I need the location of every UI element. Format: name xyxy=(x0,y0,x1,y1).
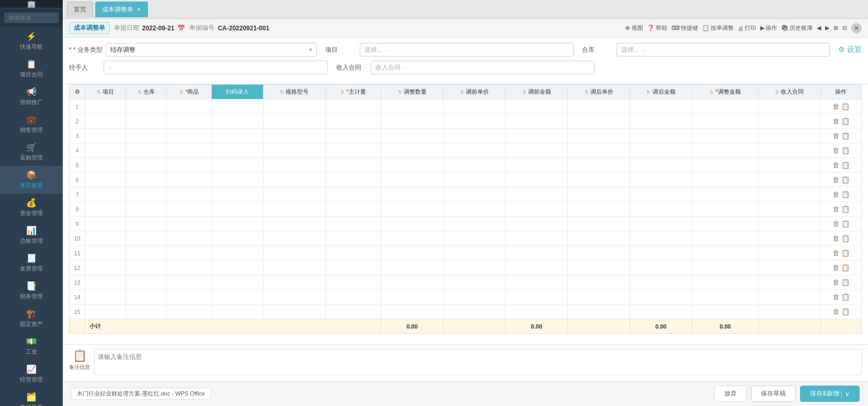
help-action[interactable]: ❓ 帮助 xyxy=(647,24,667,32)
expand-icon[interactable]: ⊞ xyxy=(833,25,838,31)
cell-10-12[interactable] xyxy=(692,231,759,246)
cell-11-12[interactable] xyxy=(692,246,759,261)
cell-8-11[interactable] xyxy=(630,202,692,217)
cell-8-3[interactable] xyxy=(167,202,212,217)
cell-9-12[interactable] xyxy=(692,217,759,231)
cell-13-13[interactable] xyxy=(758,275,820,290)
cell-4-11[interactable] xyxy=(630,143,692,158)
cell-15-11[interactable] xyxy=(630,304,692,319)
sidebar-item-sales-promotion[interactable]: 📢 营销推广 xyxy=(0,83,63,110)
cell-1-1[interactable] xyxy=(85,99,126,114)
cell-9-5[interactable] xyxy=(263,217,325,231)
cell-12-1[interactable] xyxy=(85,261,126,275)
cell-4-2[interactable] xyxy=(126,143,167,158)
cell-12-11[interactable] xyxy=(630,261,692,275)
cell-1-3[interactable] xyxy=(167,99,212,114)
business-type-input[interactable]: 结存调整 ▾ xyxy=(106,43,317,57)
cell-1-9[interactable] xyxy=(506,99,568,114)
cell-9-7[interactable] xyxy=(381,217,443,231)
cell-3-3[interactable] xyxy=(167,129,212,143)
cell-11-5[interactable] xyxy=(263,246,325,261)
sidebar-item-sales-mgmt[interactable]: 💼 销售管理 xyxy=(0,110,63,138)
cell-5-3[interactable] xyxy=(167,158,212,173)
cell-11-6[interactable] xyxy=(325,246,381,261)
cell-8-4[interactable] xyxy=(212,202,263,217)
cell-5-7[interactable] xyxy=(381,158,443,173)
cell-6-7[interactable] xyxy=(381,173,443,187)
cell-5-2[interactable] xyxy=(126,158,167,173)
cell-14-10[interactable] xyxy=(568,290,630,304)
cell-3-4[interactable] xyxy=(212,129,263,143)
cell-8-7[interactable] xyxy=(381,202,443,217)
cell-7-5[interactable] xyxy=(263,187,325,202)
cell-5-13[interactable] xyxy=(758,158,820,173)
cell-4-6[interactable] xyxy=(325,143,381,158)
cell-13-10[interactable] xyxy=(568,275,630,290)
search-input[interactable] xyxy=(4,13,59,23)
cell-14-8[interactable] xyxy=(443,290,506,304)
copy-icon-13[interactable]: 📋 xyxy=(841,278,850,286)
sidebar-item-payroll[interactable]: 💵 工资 xyxy=(0,332,63,360)
cell-9-6[interactable] xyxy=(325,217,381,231)
cell-13-8[interactable] xyxy=(443,275,506,290)
sidebar-item-purchase-mgmt[interactable]: 🛒 采购管理 xyxy=(0,138,63,166)
cell-2-4[interactable] xyxy=(212,114,263,129)
copy-icon-11[interactable]: 📋 xyxy=(841,249,850,257)
cell-6-11[interactable] xyxy=(630,173,692,187)
cell-12-13[interactable] xyxy=(758,261,820,275)
copy-icon-15[interactable]: 📋 xyxy=(841,308,850,315)
delete-icon-8[interactable]: 🗑 xyxy=(832,205,839,213)
cell-2-13[interactable] xyxy=(758,114,820,129)
cell-15-1[interactable] xyxy=(85,304,126,319)
close-window-button[interactable]: ✕ xyxy=(851,23,862,33)
cell-8-5[interactable] xyxy=(263,202,325,217)
cell-4-10[interactable] xyxy=(568,143,630,158)
cell-14-7[interactable] xyxy=(381,290,443,304)
cell-1-2[interactable] xyxy=(126,99,167,114)
cell-14-4[interactable] xyxy=(212,290,263,304)
cell-15-9[interactable] xyxy=(506,304,568,319)
print-action[interactable]: 🖨 打印 xyxy=(738,24,756,32)
tab-close-cost-adjustment[interactable]: ✕ xyxy=(136,6,141,13)
cell-15-7[interactable] xyxy=(381,304,443,319)
th-settings[interactable]: ⚙ xyxy=(70,85,85,99)
delete-icon-3[interactable]: 🗑 xyxy=(832,132,839,140)
cell-9-4[interactable] xyxy=(212,217,263,231)
copy-icon-7[interactable]: 📋 xyxy=(841,190,850,198)
copy-icon-3[interactable]: 📋 xyxy=(841,132,850,140)
cell-14-6[interactable] xyxy=(325,290,381,304)
cell-6-2[interactable] xyxy=(126,173,167,187)
cell-5-8[interactable] xyxy=(443,158,506,173)
cell-5-11[interactable] xyxy=(630,158,692,173)
cell-15-10[interactable] xyxy=(568,304,630,319)
cell-8-6[interactable] xyxy=(325,202,381,217)
cell-10-5[interactable] xyxy=(263,231,325,246)
cell-4-1[interactable] xyxy=(85,143,126,158)
delete-icon-10[interactable]: 🗑 xyxy=(832,234,839,242)
cell-7-2[interactable] xyxy=(126,187,167,202)
copy-icon-1[interactable]: 📋 xyxy=(841,103,850,110)
cell-9-3[interactable] xyxy=(167,217,212,231)
cell-5-1[interactable] xyxy=(85,158,126,173)
cell-2-3[interactable] xyxy=(167,114,212,129)
cell-15-6[interactable] xyxy=(325,304,381,319)
delete-icon-13[interactable]: 🗑 xyxy=(832,278,839,286)
cell-1-7[interactable] xyxy=(381,99,443,114)
cell-12-2[interactable] xyxy=(126,261,167,275)
cell-13-9[interactable] xyxy=(506,275,568,290)
delete-icon-11[interactable]: 🗑 xyxy=(832,249,839,257)
cell-2-12[interactable] xyxy=(692,114,759,129)
cell-10-7[interactable] xyxy=(381,231,443,246)
cell-11-10[interactable] xyxy=(568,246,630,261)
cell-15-12[interactable] xyxy=(692,304,759,319)
cell-8-9[interactable] xyxy=(506,202,568,217)
cell-2-11[interactable] xyxy=(630,114,692,129)
cell-8-12[interactable] xyxy=(692,202,759,217)
cell-3-13[interactable] xyxy=(758,129,820,143)
cell-12-6[interactable] xyxy=(325,261,381,275)
cell-1-12[interactable] xyxy=(692,99,759,114)
cell-4-12[interactable] xyxy=(692,143,759,158)
project-input[interactable]: 选择... ··· xyxy=(360,43,573,57)
wps-doc-label[interactable]: 木门行业好业财处理方案-墨红红.doc - WPS Office xyxy=(71,388,211,400)
sidebar-item-ops-mgmt[interactable]: 📈 经营管理 xyxy=(0,360,63,388)
